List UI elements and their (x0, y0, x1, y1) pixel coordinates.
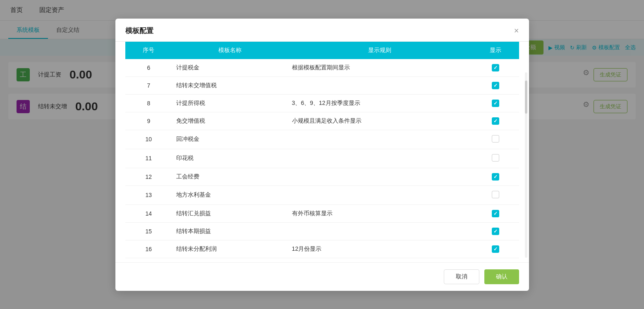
table-row: 9免交增值税小规模且满足收入条件显示 (125, 112, 519, 130)
col-header-display: 显示 (472, 42, 519, 59)
modal-title: 模板配置 (125, 26, 153, 36)
table-row: 13地方水利基金 (125, 185, 519, 204)
cell-name: 地方水利基金 (172, 185, 287, 204)
cell-name: 计提所得税 (172, 94, 287, 112)
table-row: 12工会经费 (125, 168, 519, 185)
cell-seq: 10 (125, 130, 172, 149)
cell-name: 结转汇兑损益 (172, 204, 287, 222)
cell-checkbox (472, 149, 519, 168)
cell-rule (288, 130, 472, 149)
checkbox-checked[interactable] (492, 100, 499, 107)
cell-name: 结转本期损益 (172, 222, 287, 240)
cell-rule (288, 185, 472, 204)
col-header-seq: 序号 (125, 42, 172, 59)
cell-seq: 6 (125, 59, 172, 77)
modal-footer: 取消 确认 (115, 262, 529, 291)
cell-rule (288, 76, 472, 94)
cancel-button[interactable]: 取消 (444, 269, 479, 284)
cell-checkbox (472, 185, 519, 204)
table-row: 10回冲税金 (125, 130, 519, 149)
cell-seq: 7 (125, 76, 172, 94)
modal-body: 序号 模板名称 显示规则 显示 6计提税金根据模板配置期间显示7结转未交增值税8… (115, 42, 529, 262)
table-row: 11印花税 (125, 149, 519, 168)
cell-rule: 小规模且满足收入条件显示 (288, 112, 472, 130)
cell-rule: 3、6、9、12月按季度显示 (288, 94, 472, 112)
cell-rule: 根据模板配置期间显示 (288, 59, 472, 77)
cell-name: 计提税金 (172, 59, 287, 77)
cell-checkbox (472, 59, 519, 77)
cell-name: 结转未分配利润 (172, 240, 287, 258)
cell-checkbox (472, 76, 519, 94)
cell-checkbox (472, 240, 519, 258)
modal-header: 模板配置 × (115, 19, 529, 42)
modal-close-button[interactable]: × (514, 26, 519, 35)
cell-checkbox (472, 222, 519, 240)
modal-template-config: 模板配置 × 序号 模板名称 显示规则 显示 6计提税金根据模板配置期间显示7结… (115, 19, 529, 291)
scroll-thumb[interactable] (525, 81, 527, 114)
col-header-name: 模板名称 (172, 42, 287, 59)
cell-name: 免交增值税 (172, 112, 287, 130)
table-header-row: 序号 模板名称 显示规则 显示 (125, 42, 519, 59)
table-row: 14结转汇兑损益有外币核算显示 (125, 204, 519, 222)
cell-seq: 13 (125, 185, 172, 204)
cell-rule (288, 222, 472, 240)
checkbox-unchecked[interactable] (492, 191, 499, 198)
cell-rule (288, 168, 472, 185)
cell-rule: 12月份显示 (288, 240, 472, 258)
checkbox-checked[interactable] (492, 210, 499, 217)
cell-name: 回冲税金 (172, 130, 287, 149)
cell-name: 印花税 (172, 149, 287, 168)
config-table: 序号 模板名称 显示规则 显示 6计提税金根据模板配置期间显示7结转未交增值税8… (125, 42, 519, 258)
checkbox-unchecked[interactable] (492, 135, 499, 143)
cell-checkbox (472, 94, 519, 112)
scroll-track (525, 72, 527, 258)
table-row: 16结转未分配利润12月份显示 (125, 240, 519, 258)
cell-seq: 16 (125, 240, 172, 258)
checkbox-checked[interactable] (492, 82, 499, 89)
confirm-button[interactable]: 确认 (484, 269, 519, 284)
cell-seq: 15 (125, 222, 172, 240)
cell-rule: 有外币核算显示 (288, 204, 472, 222)
table-row: 8计提所得税3、6、9、12月按季度显示 (125, 94, 519, 112)
checkbox-unchecked[interactable] (492, 154, 499, 162)
cell-checkbox (472, 168, 519, 185)
cell-seq: 8 (125, 94, 172, 112)
table-row: 7结转未交增值税 (125, 76, 519, 94)
cell-seq: 11 (125, 149, 172, 168)
checkbox-checked[interactable] (492, 64, 499, 71)
cell-checkbox (472, 112, 519, 130)
checkbox-checked[interactable] (492, 173, 499, 181)
modal-overlay: 模板配置 × 序号 模板名称 显示规则 显示 6计提税金根据模板配置期间显示7结… (0, 0, 644, 309)
cell-seq: 9 (125, 112, 172, 130)
cell-rule (288, 149, 472, 168)
cell-checkbox (472, 130, 519, 149)
cell-name: 结转未交增值税 (172, 76, 287, 94)
checkbox-checked[interactable] (492, 117, 499, 125)
cell-name: 工会经费 (172, 168, 287, 185)
table-row: 6计提税金根据模板配置期间显示 (125, 59, 519, 77)
cell-seq: 14 (125, 204, 172, 222)
cell-checkbox (472, 204, 519, 222)
col-header-rule: 显示规则 (288, 42, 472, 59)
cell-seq: 12 (125, 168, 172, 185)
checkbox-checked[interactable] (492, 245, 499, 253)
checkbox-checked[interactable] (492, 228, 499, 235)
table-row: 15结转本期损益 (125, 222, 519, 240)
